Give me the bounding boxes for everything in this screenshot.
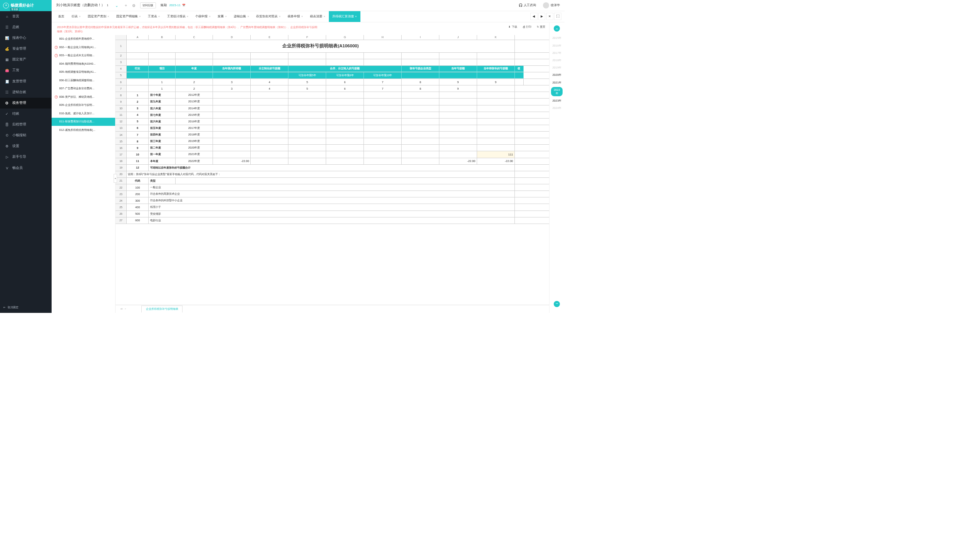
col-header[interactable]: H [364,35,402,40]
cell[interactable] [288,112,326,118]
cell[interactable] [364,119,402,125]
col-header[interactable]: E [251,35,288,40]
cell[interactable] [326,105,364,112]
col-header[interactable]: D [213,35,251,40]
cell[interactable]: 弥补亏损企业类型 [402,66,439,72]
cell[interactable] [326,125,364,131]
row-number[interactable]: 20 [116,171,127,177]
row-number[interactable]: 4 [116,66,127,72]
tab-个税申报[interactable]: 个税申报× [192,11,214,22]
row-number[interactable]: 17 [116,151,127,157]
cell[interactable] [364,158,402,164]
nav-tax[interactable]: ✪ 税务管理 [0,98,52,109]
cell[interactable] [213,151,251,157]
cell[interactable] [477,125,515,131]
cell[interactable] [288,119,326,125]
cell[interactable] [439,145,477,151]
span-cell[interactable]: 可结转以后年度弥补的亏损额合计 [149,165,514,171]
tab-税表清册[interactable]: 税表清册× [307,11,329,22]
cell[interactable] [515,79,524,85]
cell[interactable] [213,125,251,131]
nav-asset[interactable]: ▦ 固定资产 [0,54,52,65]
col-header[interactable]: F [288,35,326,40]
cell[interactable]: 当年待弥补的亏损额 [477,66,515,72]
row-number[interactable]: 25 [116,204,127,210]
cell[interactable]: 使 [515,66,524,72]
cell[interactable] [251,59,288,65]
row-number[interactable]: 26 [116,211,127,217]
cell[interactable]: 8 [402,85,439,92]
cell[interactable] [326,158,364,164]
period-value[interactable]: 2023-11 [169,3,181,7]
year-option[interactable]: 2016年 [549,42,565,49]
nav-close[interactable]: ✓ 结账 [0,109,52,119]
cell[interactable] [213,138,251,144]
cell[interactable]: 1 [127,92,149,98]
cell[interactable] [326,132,364,138]
nav-report[interactable]: 📊 报表中心 [0,33,52,43]
cell[interactable] [477,132,515,138]
nav-settings[interactable]: ⚙ 设置 [0,141,52,152]
cell[interactable] [364,53,402,59]
cell[interactable]: 年度 [176,66,213,72]
hdr-row[interactable]: 行次 [127,66,149,72]
row-number[interactable]: 24 [116,197,127,204]
nav-salary[interactable]: 👛 工资 [0,65,52,76]
close-icon[interactable]: × [158,15,160,18]
sheet-prev-icon[interactable]: ‹ [125,307,126,311]
cell[interactable]: 当年亏损额 [439,66,477,72]
cell[interactable]: 500 [127,211,149,217]
cell[interactable]: 12 [127,165,149,171]
cell[interactable] [213,53,251,59]
cell[interactable] [251,112,288,118]
cell[interactable] [402,138,439,144]
cell[interactable]: 100 [127,184,149,190]
form-item[interactable]: 011-研发费用加计扣除优惠... [52,118,115,126]
cell[interactable]: 9 [439,79,477,85]
tab-进销台账[interactable]: 进销台账× [230,11,253,22]
cell[interactable] [364,105,402,112]
code-type[interactable]: 一般企业 [149,184,514,190]
cell[interactable] [402,158,439,164]
cell[interactable] [477,59,515,65]
cell[interactable]: 400 [127,204,149,210]
row-number[interactable]: 21 [116,178,127,184]
cell[interactable] [402,59,439,65]
tab-固定资产明细账[interactable]: 固定资产明细账× [112,11,144,22]
form-item[interactable]: 004-期间费用明细表(A1040... [52,60,115,68]
year-option[interactable]: 2015年 [549,35,565,42]
cell[interactable]: 4 [251,79,288,85]
code-type[interactable]: 符合条件的科技型中小企业 [149,197,514,204]
cell[interactable] [251,138,288,144]
cell[interactable]: 2015年度 [176,112,213,118]
cell[interactable] [288,138,326,144]
nav-archive[interactable]: 🗄 归档管理 [0,119,52,130]
tab-工资统计报表[interactable]: 工资统计报表× [163,11,192,22]
cell[interactable]: 前六年度 [149,119,175,125]
cell[interactable]: 2 [127,99,149,105]
cell[interactable]: 6 [326,79,364,85]
cell[interactable] [439,92,477,98]
cell[interactable] [439,99,477,105]
cell[interactable] [364,112,402,118]
col-header[interactable]: K [477,35,515,40]
switch-old-button[interactable]: 切到旧版 [140,2,156,9]
row-number[interactable]: 12 [116,119,127,125]
cell[interactable]: 9 [439,85,477,92]
cell[interactable]: 11 [127,158,149,164]
cell[interactable] [477,112,515,118]
cell[interactable] [176,178,515,184]
cell[interactable] [364,151,402,157]
cell[interactable] [127,85,149,92]
row-number[interactable]: 19 [116,165,127,171]
tab-next-icon[interactable]: ▶ [538,13,545,20]
row-number[interactable]: 18 [116,158,127,164]
col-header[interactable]: I [402,35,439,40]
cell[interactable]: 8 [127,138,149,144]
cell[interactable]: 前四年度 [149,132,175,138]
cell[interactable] [251,92,288,98]
row-number[interactable]: 23 [116,191,127,197]
close-icon[interactable]: × [79,15,80,18]
cell[interactable] [402,125,439,131]
year-option[interactable]: 2018年 [549,57,565,64]
